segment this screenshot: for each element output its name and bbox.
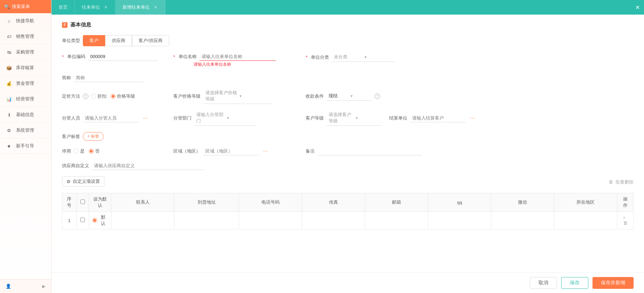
row-delete-icon[interactable]: 🗑 (623, 220, 628, 226)
sidebar-item-operations[interactable]: 📊 经营管理 (0, 91, 51, 107)
row-fax[interactable] (302, 212, 365, 229)
unit-btn-both[interactable]: 客户/供应商 (132, 35, 169, 46)
unit-name-label: 单位名称 (179, 54, 197, 60)
pricing-help-icon[interactable]: ? (83, 93, 88, 99)
table-header-row: 序号 设为默认 联系人 到货地址 电话号码 传真 邮箱 qq 微信 (62, 193, 634, 212)
select-all-checkbox[interactable] (80, 200, 85, 204)
tab-partner-list-close[interactable]: ✕ (103, 5, 108, 10)
manager-more-icon[interactable]: ··· (141, 115, 149, 121)
col-default-header: 设为默认 (89, 193, 111, 212)
row-email[interactable] (365, 212, 428, 229)
disable-yes-label: 是 (80, 148, 85, 154)
settlement-group: 结算单位 ··· (389, 114, 476, 122)
contact-cell-input[interactable] (115, 217, 171, 225)
disable-no-radio[interactable]: 否 (89, 148, 100, 154)
sidebar-search-label: 搜索菜单 (12, 3, 30, 10)
save-button[interactable]: 保存 (561, 277, 588, 289)
settings-icon: ⚙ (66, 179, 71, 184)
unit-type-row: 单位类型 客户 供应商 客户/供应商 (62, 35, 634, 46)
window-close-button[interactable]: ✕ (635, 4, 640, 11)
row-addr[interactable] (174, 212, 239, 229)
fax-cell-input[interactable] (306, 217, 361, 225)
tab-bar: 首页 往来单位 ✕ 新增往来单位 ✕ ✕ (52, 0, 644, 15)
email-cell-input[interactable] (369, 217, 424, 225)
sidebar-item-newcomer[interactable]: ★ 新手引导 (0, 138, 51, 154)
table-section: ⚙ 自定义项设置 🗑 批量删除 序号 设 (62, 176, 634, 229)
save-new-button[interactable]: 保存并新增 (592, 277, 634, 289)
payment-terms-label: 收款条件 (306, 93, 324, 99)
tag-label: 客户标签 (62, 133, 80, 140)
sidebar: 🔍 搜索菜单 ⌂ 快捷导航 🏷 销售管理 🛍 采购管理 📦 库存核算 💰 资金管… (0, 0, 52, 293)
supplier-custom-input[interactable] (92, 162, 203, 170)
payment-terms-select[interactable]: 现结 ▼ (327, 91, 372, 101)
sidebar-item-system-mgmt[interactable]: ⚙ 系统管理 (0, 123, 51, 138)
tab-new-partner[interactable]: 新增往来单位 ✕ (116, 0, 165, 15)
settlement-input[interactable] (410, 114, 466, 122)
region-input[interactable] (203, 147, 259, 155)
qq-cell-input[interactable] (432, 217, 487, 225)
code-name-category-row: * 单位编码 * 单位名称 请输入往来单位名称 * 单位分类 (62, 52, 634, 67)
pricing-level-radio[interactable]: 价格等级 (111, 93, 135, 99)
unit-code-label: 单位编码 (67, 54, 85, 60)
row-check[interactable] (76, 212, 89, 229)
custom-settings-button[interactable]: ⚙ 自定义项设置 (62, 176, 104, 187)
unit-btn-customer[interactable]: 客户 (83, 35, 105, 46)
addr-cell-input[interactable] (178, 217, 235, 225)
region-cell-input[interactable] (558, 217, 613, 225)
row-add-icon[interactable]: + (623, 215, 626, 220)
default-radio (93, 218, 97, 223)
wechat-cell-input[interactable] (495, 217, 550, 225)
unit-name-input[interactable] (199, 52, 276, 61)
pricing-row: 定价方法 ? 折扣 价格等级 客户价格等级 请选择客户价格等级 (62, 88, 634, 104)
col-qq-header: qq (428, 193, 491, 212)
sidebar-item-sales-mgmt[interactable]: 🏷 销售管理 (0, 29, 51, 44)
chevron-down-icon-2: ▼ (239, 94, 271, 98)
tag-group: 客户标签 + 标签 (62, 132, 634, 141)
unit-btn-supplier[interactable]: 供应商 (105, 35, 132, 46)
add-tag-button[interactable]: + 标签 (83, 132, 104, 141)
unit-category-label: 单位分类 (311, 54, 329, 60)
region-more-icon[interactable]: ··· (262, 148, 269, 154)
expand-icon: ▶ (42, 284, 46, 289)
supplier-custom-row: 供应商自定义 (62, 162, 634, 170)
sidebar-label-purchase: 采购管理 (16, 49, 34, 55)
customer-level-select[interactable]: 请选择客户等级 ▼ (327, 110, 382, 126)
customer-price-select[interactable]: 请选择客户价格等级 ▼ (203, 88, 273, 104)
tab-home[interactable]: 首页 (52, 0, 75, 15)
department-select[interactable]: 请输入分管部门 ▼ (194, 110, 257, 126)
short-name-input[interactable] (74, 74, 143, 82)
payment-terms-value: 现结 (329, 93, 348, 99)
phone-cell-input[interactable] (243, 217, 298, 225)
manager-label: 分管人员 (62, 115, 80, 121)
settlement-more-icon[interactable]: ··· (469, 115, 476, 121)
remark-input[interactable] (317, 147, 422, 155)
pricing-discount-radio[interactable]: 折扣 (91, 93, 107, 99)
manager-input[interactable] (83, 114, 139, 122)
tab-partner-list[interactable]: 往来单位 ✕ (75, 0, 116, 15)
unit-category-select[interactable]: 未分类 ▼ (332, 52, 394, 62)
cancel-button[interactable]: 取消 (530, 277, 557, 289)
row-wechat[interactable] (491, 212, 554, 229)
row-default[interactable]: 默认 (89, 212, 111, 229)
row-checkbox[interactable] (80, 218, 85, 222)
sidebar-item-finance[interactable]: 💰 资金管理 (0, 76, 51, 91)
sidebar-item-inventory[interactable]: 📦 库存核算 (0, 60, 51, 76)
row-region[interactable] (554, 212, 617, 229)
sidebar-label-sales: 销售管理 (16, 33, 34, 40)
sidebar-search[interactable]: 🔍 搜索菜单 (0, 0, 51, 13)
unit-code-input[interactable] (88, 52, 158, 61)
settlement-label: 结算单位 (389, 115, 407, 121)
col-wechat-header: 微信 (491, 193, 554, 212)
row-qq[interactable] (428, 212, 491, 229)
customer-level-placeholder: 请选择客户等级 (329, 112, 354, 124)
disable-yes-radio[interactable]: 是 (74, 148, 85, 154)
tab-new-partner-close[interactable]: ✕ (153, 5, 158, 10)
payment-help-icon[interactable]: ? (375, 93, 380, 99)
table-container[interactable]: 序号 设为默认 联系人 到货地址 电话号码 传真 邮箱 qq 微信 (62, 193, 634, 229)
form-content: F 基本信息 单位类型 客户 供应商 客户/供应商 * 单位编码 (52, 15, 644, 272)
sidebar-item-quick-nav[interactable]: ⌂ 快捷导航 (0, 13, 51, 29)
row-phone[interactable] (239, 212, 302, 229)
sidebar-item-basic-info[interactable]: ℹ 基础信息 (0, 107, 51, 123)
sidebar-item-purchase-mgmt[interactable]: 🛍 采购管理 (0, 44, 51, 60)
row-contact[interactable] (111, 212, 174, 229)
